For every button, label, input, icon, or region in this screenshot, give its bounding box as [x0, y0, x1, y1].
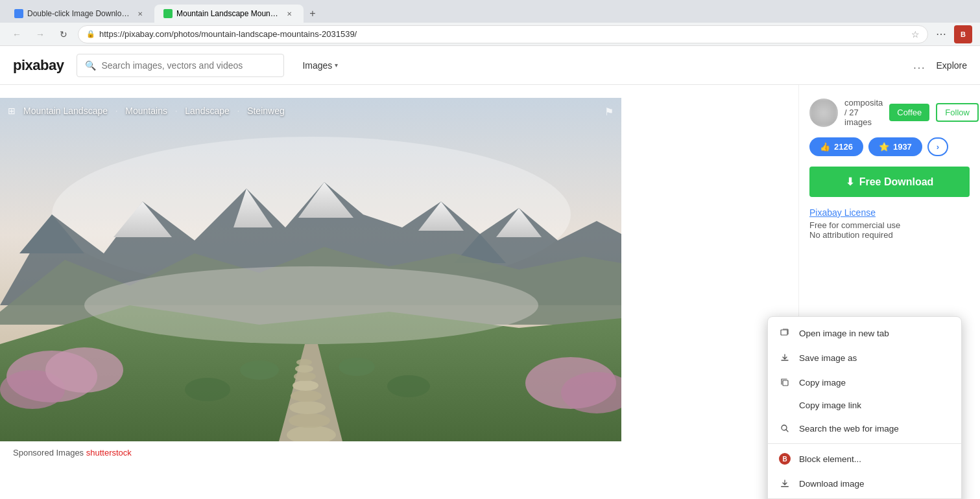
- image-section: ⊞ Mountain Landscape · Mountains · Lands…: [0, 85, 798, 499]
- svg-point-20: [289, 401, 326, 414]
- download-button[interactable]: ⬇ Free Download: [809, 167, 970, 197]
- follow-button[interactable]: Follow: [936, 103, 979, 122]
- url-bar[interactable]: 🔒 https://pixabay.com/photos/mountain-la…: [78, 25, 928, 43]
- image-tag-steinweg[interactable]: Steinweg: [247, 106, 285, 116]
- tab-bar: Double-click Image Downloader ✕ Mountain…: [5, 0, 322, 23]
- svg-rect-32: [783, 380, 788, 386]
- tag-separator-3: ·: [237, 106, 239, 115]
- context-menu-copy-image-link[interactable]: Copy image link: [768, 395, 961, 416]
- chevron-down-icon: ▾: [335, 62, 338, 69]
- svg-point-29: [387, 375, 430, 397]
- menu-divider-1: [768, 443, 961, 444]
- context-menu-copy-image[interactable]: Copy image: [768, 370, 961, 395]
- download-icon-menu: [778, 477, 791, 490]
- tab-favicon-ext: [14, 9, 23, 18]
- fav-count: 1937: [893, 142, 912, 152]
- tab-pix[interactable]: Mountain Landscape Mountains... ✕: [154, 5, 304, 23]
- image-tags: ⊞ Mountain Landscape · Mountains · Lands…: [8, 106, 285, 116]
- image-tag-landscape[interactable]: Landscape: [185, 106, 230, 116]
- svg-point-27: [339, 358, 375, 376]
- tag-icon: ⊞: [8, 106, 16, 116]
- search-icon: 🔍: [85, 60, 96, 71]
- license-link[interactable]: Pixabay License: [809, 207, 970, 218]
- download-image-label: Download image: [799, 479, 951, 489]
- like-button[interactable]: 👍 2126: [809, 137, 863, 156]
- lock-icon: 🔒: [86, 30, 95, 38]
- site-header: pixabay 🔍 Images ▾ ... Explore: [0, 46, 980, 85]
- url-text: https://pixabay.com/photos/mountain-land…: [99, 29, 357, 39]
- reload-button[interactable]: ↻: [54, 25, 73, 43]
- context-menu: Open image in new tab Save image as Copy…: [767, 316, 962, 499]
- shutterstock-brand[interactable]: shutterstock: [86, 448, 132, 458]
- coffee-button[interactable]: Coffee: [889, 104, 929, 121]
- image-tag-mountains[interactable]: Mountains: [125, 106, 167, 116]
- svg-rect-31: [781, 330, 787, 335]
- svg-point-19: [289, 413, 330, 428]
- images-dropdown[interactable]: Images ▾: [297, 60, 343, 71]
- flag-button[interactable]: ⚑: [604, 106, 614, 118]
- sponsored-bar: Sponsored Images shutterstock: [0, 441, 798, 458]
- svg-point-14: [45, 347, 123, 393]
- copy-icon: [778, 376, 791, 389]
- svg-point-26: [240, 360, 279, 380]
- svg-point-24: [295, 365, 313, 373]
- tab-label-ext: Double-click Image Downloader: [27, 9, 131, 18]
- search-web-label: Search the web for image: [799, 424, 951, 434]
- tab-favicon-pix: [163, 9, 173, 18]
- favorite-button[interactable]: ⭐ 1937: [868, 137, 922, 156]
- like-icon: 👍: [820, 142, 830, 152]
- context-menu-block-element[interactable]: B Block element...: [768, 447, 961, 471]
- back-button[interactable]: ←: [8, 25, 26, 43]
- context-menu-search-web[interactable]: Search the web for image: [768, 416, 961, 441]
- new-tab-button[interactable]: +: [304, 5, 322, 23]
- like-count: 2126: [834, 142, 853, 152]
- tab-ext[interactable]: Double-click Image Downloader ✕: [5, 5, 154, 23]
- dropdown-label: Images: [302, 60, 332, 71]
- svg-point-30: [84, 266, 538, 344]
- mountain-image: [0, 98, 621, 441]
- brave-block-icon: B: [778, 452, 791, 465]
- extension-button[interactable]: B: [954, 25, 972, 43]
- forward-button[interactable]: →: [31, 25, 49, 43]
- save-icon: [778, 351, 791, 364]
- image-tag-mountain-landscape[interactable]: Mountain Landscape: [23, 106, 108, 116]
- save-image-label: Save image as: [799, 353, 951, 363]
- more-menu-button[interactable]: ⋯: [933, 28, 949, 40]
- image-container: ⊞ Mountain Landscape · Mountains · Lands…: [0, 98, 621, 441]
- svg-point-23: [294, 372, 316, 381]
- copy-image-label: Copy image: [799, 378, 951, 388]
- more-actions-button[interactable]: ›: [927, 137, 948, 156]
- svg-point-25: [296, 359, 312, 366]
- license-section: Pixabay License Free for commercial use …: [809, 207, 970, 240]
- open-icon: [778, 327, 791, 340]
- explore-button[interactable]: Explore: [937, 60, 967, 71]
- artist-info: composita / 27 images: [844, 98, 883, 127]
- search-bar[interactable]: 🔍: [77, 54, 284, 77]
- copy-image-link-label: Copy image link: [799, 400, 951, 410]
- tab-close-pix[interactable]: ✕: [284, 8, 294, 19]
- search-input[interactable]: [101, 60, 244, 71]
- tag-separator-2: ·: [175, 106, 177, 115]
- bookmark-icon[interactable]: ☆: [911, 29, 920, 40]
- tag-separator-1: ·: [115, 106, 117, 115]
- sponsored-label: Sponsored Images: [13, 448, 84, 458]
- open-new-tab-label: Open image in new tab: [799, 329, 951, 338]
- avatar: [809, 99, 838, 127]
- avatar-image: [809, 99, 838, 127]
- search-web-icon: [778, 422, 791, 435]
- license-line2: No attribution required: [809, 230, 970, 240]
- pixabay-logo[interactable]: pixabay: [13, 57, 64, 74]
- fav-icon: ⭐: [879, 142, 889, 152]
- artist-row: composita / 27 images Coffee Follow: [809, 98, 970, 127]
- action-row: 👍 2126 ⭐ 1937 ›: [809, 137, 970, 156]
- context-menu-save-image[interactable]: Save image as: [768, 345, 961, 370]
- svg-point-28: [185, 378, 230, 401]
- tab-label-pix: Mountain Landscape Mountains...: [176, 9, 280, 18]
- svg-point-22: [293, 380, 318, 391]
- tab-close-ext[interactable]: ✕: [135, 8, 145, 19]
- context-menu-download-image[interactable]: Download image: [768, 471, 961, 496]
- svg-rect-34: [781, 486, 789, 487]
- context-menu-open-new-tab[interactable]: Open image in new tab: [768, 321, 961, 345]
- address-bar: ← → ↻ 🔒 https://pixabay.com/photos/mount…: [0, 23, 980, 46]
- header-more-button[interactable]: ...: [913, 60, 926, 71]
